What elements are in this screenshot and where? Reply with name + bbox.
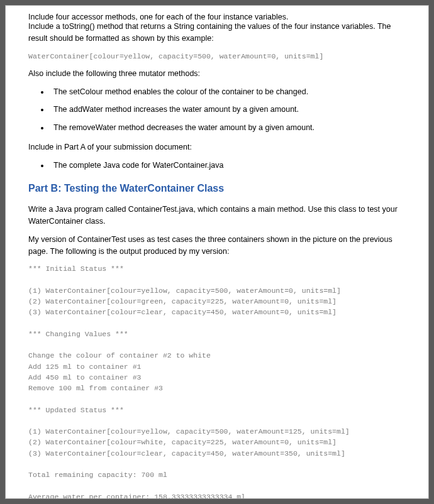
include-a-list: The complete Java code for WaterContaine… xyxy=(50,160,406,172)
list-item: The removeWater method decreases the wat… xyxy=(50,122,406,134)
paragraph-b2: My version of ContainerTest uses as test… xyxy=(28,234,406,258)
list-item: The addWater method increases the water … xyxy=(50,104,406,116)
list-item: The complete Java code for WaterContaine… xyxy=(50,160,406,172)
paragraph-include-a: Include in Part A of your submission doc… xyxy=(28,141,406,153)
truncated-line: Include four accessor methods, one for e… xyxy=(28,12,406,21)
paragraph-mutators: Also include the following three mutator… xyxy=(28,68,406,80)
mutator-list: The setColour method enables the colour … xyxy=(50,86,406,134)
paragraph-tostring: Include a toString() method that returns… xyxy=(28,21,406,45)
paragraph-b1: Write a Java program called ContainerTes… xyxy=(28,204,406,227)
output-block: *** Initial Status *** (1) WaterContaine… xyxy=(28,263,406,499)
code-example-tostring: WaterContainer[colour=yellow, capacity=5… xyxy=(28,51,406,62)
truncated-text: Include four accessor methods, one for e… xyxy=(28,12,288,21)
part-b-heading: Part B: Testing the WaterContainer Class xyxy=(28,181,406,196)
document-page: Include four accessor methods, one for e… xyxy=(5,5,429,499)
list-item: The setColour method enables the colour … xyxy=(50,86,406,98)
